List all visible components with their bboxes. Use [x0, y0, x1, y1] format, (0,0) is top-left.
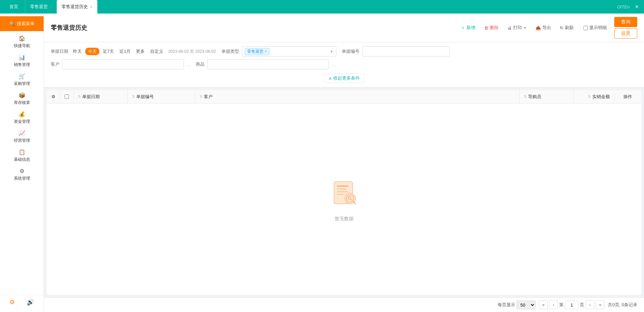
page-first-button[interactable]: « [539, 300, 548, 309]
bill-no-filter: 单据编号 [342, 46, 450, 57]
goods-dots[interactable]: ... [332, 62, 335, 67]
sidebar: 🔍 搜索菜单 🏠 快捷导航 📊 销售管理 🛒 采购管理 📦 库存核算 💰 资金管… [0, 14, 44, 312]
bill-type-tag-text: 零售退货 [247, 49, 263, 54]
delete-label: 删除 [490, 25, 499, 31]
th-customer-label: 客户 [204, 94, 213, 100]
bill-no-input[interactable] [362, 46, 450, 57]
page-unit-label: 页 [580, 302, 584, 308]
print-button[interactable]: 🖨 打印 ▼ [505, 23, 529, 32]
date-opt-today[interactable]: 今天 [85, 48, 99, 55]
customer-input[interactable] [62, 59, 184, 69]
settings-button[interactable]: 设置 [614, 28, 637, 39]
page-size-dropdown[interactable]: 10 20 50 100 [517, 300, 535, 309]
settings-col-icon[interactable]: ⚙ [51, 94, 55, 99]
tab-retail-return-close[interactable]: × [50, 5, 52, 9]
svg-rect-1 [337, 185, 349, 187]
speaker-bottom-icon[interactable]: 🔊 [27, 298, 34, 306]
tab-retail-return-history-close[interactable]: × [90, 5, 92, 9]
page-title: 零售退货历史 [51, 24, 87, 32]
main-layout: 🔍 搜索菜单 🏠 快捷导航 📊 销售管理 🛒 采购管理 📦 库存核算 💰 资金管… [0, 14, 644, 312]
tab-retail-return-label: 零售退货 [30, 4, 48, 10]
search-menu-button[interactable]: 🔍 搜索菜单 [0, 16, 44, 31]
export-icon: 📤 [535, 25, 541, 30]
th-ops-label: 操作 [623, 94, 632, 100]
page-label: 第 [559, 302, 564, 308]
tab-retail-return-history-label: 零售退货历史 [62, 4, 88, 10]
home-icon: 🏠 [19, 35, 25, 42]
display-detail-checkbox[interactable] [583, 26, 588, 30]
svg-rect-4 [337, 194, 343, 195]
print-arrow-icon: ▼ [523, 26, 527, 30]
page-next-button[interactable]: › [586, 300, 594, 309]
sidebar-item-system[interactable]: ⚙ 系统管理 [2, 166, 42, 183]
bill-type-filter: 单据类型 零售退货 × ▼ [221, 46, 336, 57]
basic-info-icon: 📋 [19, 149, 25, 155]
export-label: 导出 [542, 25, 551, 31]
export-button[interactable]: 📤 导出 [533, 23, 554, 32]
date-opt-7days[interactable]: 近7天 [101, 48, 116, 55]
svg-rect-2 [337, 188, 346, 190]
th-billno-label: 单据编号 [136, 94, 154, 100]
tab-home-text: 首页 [9, 4, 18, 10]
date-filter-label: 单据日期 [51, 48, 68, 54]
display-detail-checkbox-label[interactable]: 显示明细 [583, 25, 607, 31]
sidebar-item-basic-info-label: 基础信息 [14, 157, 30, 162]
empty-state: 暂无数据 [47, 104, 641, 295]
sort-date-icon: ⇅ [78, 94, 81, 99]
operations-icon: 📈 [19, 130, 25, 136]
delete-button[interactable]: 🗑 删除 [481, 23, 501, 32]
sidebar-item-finance[interactable]: 💰 资金管理 [2, 109, 42, 127]
sidebar-item-quick-nav[interactable]: 🏠 快捷导航 [2, 33, 42, 51]
page-number-input[interactable] [565, 300, 578, 309]
date-opt-1month[interactable]: 近1月 [117, 48, 133, 55]
goods-input[interactable] [207, 59, 329, 69]
tab-retail-return-history[interactable]: 零售退货历史 × [57, 0, 97, 14]
sidebar-item-sales-mgmt[interactable]: 📊 销售管理 [2, 52, 42, 70]
sidebar-item-operations[interactable]: 📈 经营管理 [2, 128, 42, 146]
svg-rect-3 [337, 191, 348, 192]
bill-type-select[interactable]: 零售退货 × ▼ [242, 46, 336, 57]
tab-retail-return[interactable]: 零售退货 × [25, 0, 57, 14]
th-billno[interactable]: ⇅ 单据编号 [128, 90, 195, 103]
query-button[interactable]: 查询 [614, 17, 637, 27]
date-opt-yesterday[interactable]: 昨天 [71, 48, 84, 55]
th-date-label: 单据日期 [82, 94, 100, 100]
sidebar-item-basic-info[interactable]: 📋 基础信息 [2, 147, 42, 164]
sidebar-item-quick-nav-label: 快捷导航 [14, 43, 30, 49]
sidebar-item-inventory[interactable]: 📦 库存核算 [2, 90, 42, 108]
page-last-button[interactable]: » [596, 300, 604, 309]
bill-type-tag-remove[interactable]: × [265, 49, 267, 54]
collapse-filter-button[interactable]: ∧ 收起更多条件 [324, 73, 364, 83]
page-prev-button[interactable]: ‹ [549, 300, 558, 309]
th-customer[interactable]: ⇅ 客户 [195, 90, 520, 103]
tab-list: + 新增 首页 零售退货 × 零售退货历史 × [3, 0, 616, 14]
sort-amount-icon: ⇅ [588, 94, 591, 99]
goods-filter: 商品 ... [196, 59, 335, 69]
th-checkbox[interactable] [60, 90, 74, 103]
sidebar-item-finance-label: 资金管理 [14, 119, 30, 125]
th-amount[interactable]: ⇅ 实销金额 [574, 90, 614, 103]
date-opt-custom[interactable]: 自定义 [148, 48, 165, 55]
date-opt-more[interactable]: 更多 [134, 48, 147, 55]
window-close-button[interactable]: × [632, 3, 641, 10]
th-date[interactable]: ⇅ 单据日期 [74, 90, 128, 103]
th-guide[interactable]: ⇅ 导购员 [520, 90, 574, 103]
new-button[interactable]: ＋ 新增 [458, 23, 478, 32]
settings-bottom-icon[interactable]: ⚙ [9, 298, 15, 306]
th-ops: 操作 [614, 90, 641, 103]
customer-dots[interactable]: ... [187, 62, 190, 67]
sidebar-item-purchase-mgmt[interactable]: 🛒 采购管理 [2, 71, 42, 89]
finance-icon: 💰 [19, 111, 25, 117]
th-settings[interactable]: ⚙ [47, 90, 60, 103]
th-guide-label: 导购员 [528, 94, 541, 100]
topbar-right: OfTEn × [617, 3, 641, 10]
page-total-info: 共0页, 0条记录 [608, 302, 637, 308]
select-all-checkbox[interactable] [65, 94, 69, 99]
goods-label: 商品 [196, 61, 205, 67]
sidebar-bottom: ⚙ 🔊 [0, 295, 44, 309]
display-detail-label: 显示明细 [589, 25, 607, 31]
refresh-button[interactable]: ↻ 刷新 [557, 23, 576, 32]
tab-home[interactable]: + 新增 首页 [3, 0, 25, 14]
page-size-label: 每页显示 [498, 302, 515, 308]
filter-area: 单据日期 昨天 今天 近7天 近1月 更多 自定义 2023-06-02 至 2… [44, 42, 644, 87]
